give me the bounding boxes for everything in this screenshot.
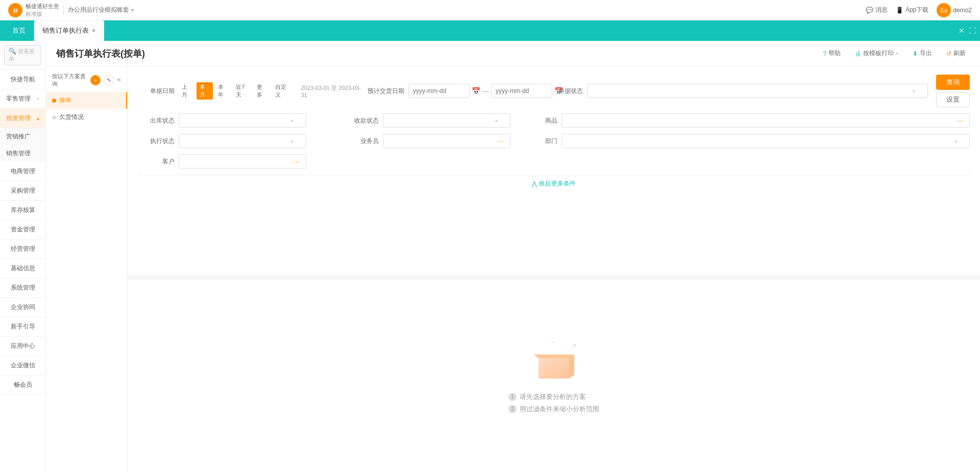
app-download-btn[interactable]: 📱 App下载 — [896, 6, 928, 14]
dept-control: ▾ — [561, 134, 970, 148]
help-btn[interactable]: ? 帮助 — [819, 47, 845, 60]
export-btn[interactable]: ⬇ 导出 — [909, 47, 936, 60]
chevron-down-icon: ▾ — [131, 7, 134, 13]
avatar: Ea — [937, 3, 951, 17]
search-menu-btn[interactable]: 🔍 搜索菜单 — [4, 45, 41, 65]
sidebar-item-purchase[interactable]: 采购管理 — [0, 181, 45, 201]
sidebar-search: 🔍 搜索菜单 — [0, 41, 45, 70]
collapse-left-btn[interactable]: « — [117, 75, 121, 85]
filter-row-1: 单据日期 上月 本月 本年 近7天 更多 自定义 2023-03-01 至 20… — [138, 75, 970, 107]
tab-bar-left: 首页 销售订单执行表 × — [4, 20, 104, 41]
date-tab-7days[interactable]: 近7天 — [233, 82, 252, 100]
logo-text: 畅捷通好生意 标准版 — [26, 3, 59, 17]
customer-control: ··· — [179, 154, 306, 169]
expected-delivery-control: 📅 — 📅 — [408, 84, 551, 98]
empty-content: ↗ ✦ · 1 请先选择要分析的方案 2 — [508, 335, 599, 417]
date-tab-last-month[interactable]: 上月 — [179, 82, 194, 100]
inactive-dot — [52, 115, 56, 120]
out-status-select[interactable]: ▾ — [179, 113, 306, 128]
add-scheme-btn[interactable]: + — [90, 75, 101, 85]
exec-status-control: ▾ — [179, 134, 306, 148]
order-status-control: ▾ — [587, 84, 928, 98]
print-btn[interactable]: 🖨 按模板打印 ▾ — [851, 47, 902, 60]
top-bar-right: 💬 消息 📱 App下载 Ea demo2 — [866, 3, 972, 17]
tab-active[interactable]: 销售订单执行表 × — [34, 20, 104, 41]
sidebar-item-inventory[interactable]: 库存核算 — [0, 201, 45, 220]
svg-text:·: · — [531, 347, 532, 351]
goods-label: 商品 — [541, 116, 561, 125]
logo-area: 好 畅捷通好生意 标准版 — [8, 3, 59, 17]
date-tab-more[interactable]: 更多 — [254, 82, 270, 100]
query-btn[interactable]: 查询 — [936, 75, 970, 90]
sidebar-item-quick-nav[interactable]: 快捷导航 — [0, 70, 45, 89]
dept-select[interactable]: ▾ — [561, 134, 970, 148]
sidebar-item-retail[interactable]: 零售管理 ▾ — [0, 89, 45, 109]
minimize-icon[interactable]: ✕ — [959, 27, 965, 35]
top-bar: 好 畅捷通好生意 标准版 办公用品行业模拟账套 ▾ 💬 消息 📱 App下载 E… — [0, 0, 980, 20]
maximize-icon[interactable]: ⛶ — [969, 27, 976, 35]
sidebar-sub-sales[interactable]: 销售管理 — [0, 145, 45, 162]
salesperson-input[interactable]: ··· — [383, 134, 510, 148]
refresh-btn[interactable]: ↺ 刷新 — [942, 47, 970, 60]
svg-text:↗: ↗ — [572, 342, 577, 349]
main-layout: 🔍 搜索菜单 快捷导航 零售管理 ▾ 批发管理 ▴ 营销推广 销售管理 电商管理… — [0, 41, 980, 472]
sidebar-item-operations[interactable]: 经营管理 — [0, 240, 45, 259]
more-icon[interactable]: ··· — [496, 137, 506, 145]
exec-status-select[interactable]: ▾ — [179, 134, 306, 148]
filter-row-4: 客户 ··· — [138, 154, 970, 169]
message-btn[interactable]: 💬 消息 — [866, 6, 888, 14]
delivery-date-end[interactable] — [491, 84, 552, 98]
date-tab-this-month[interactable]: 本月 — [197, 82, 212, 100]
industry-selector[interactable]: 办公用品行业模拟账套 ▾ — [68, 6, 134, 14]
search-icon: 🔍 — [9, 48, 16, 55]
empty-state: ↗ ✦ · 1 请先选择要分析的方案 2 — [128, 279, 980, 472]
tab-close-btn[interactable]: × — [92, 27, 95, 34]
filter-item-by-order[interactable]: 按单 — [46, 92, 127, 109]
collapse-icon: ⋀ — [532, 180, 537, 187]
sidebar-item-app-center[interactable]: 应用中心 — [0, 337, 45, 356]
sidebar-item-member[interactable]: 畅会员 — [0, 375, 45, 395]
step-num-1: 1 — [508, 393, 517, 401]
date-dash: — — [482, 87, 489, 95]
customer-input[interactable]: ··· — [179, 154, 306, 169]
sidebar-item-system[interactable]: 系统管理 — [0, 278, 45, 298]
date-tab-custom[interactable]: 自定义 — [272, 82, 293, 100]
salesperson-control: ··· — [383, 134, 510, 148]
delivery-date-start[interactable] — [408, 84, 470, 98]
out-status-control: ▾ — [179, 113, 306, 128]
more-icon[interactable]: ··· — [955, 116, 965, 125]
date-label: 单据日期 — [138, 87, 179, 96]
sidebar: 🔍 搜索菜单 快捷导航 零售管理 ▾ 批发管理 ▴ 营销推广 销售管理 电商管理… — [0, 41, 46, 472]
sidebar-item-wework[interactable]: 企业微信 — [0, 356, 45, 375]
sidebar-item-ecommerce[interactable]: 电商管理 — [0, 162, 45, 181]
receipt-status-select[interactable]: ▾ — [383, 113, 510, 128]
active-dot — [52, 99, 56, 103]
filter-item-shortage[interactable]: 欠货情况 — [46, 109, 127, 126]
dept-label: 部门 — [541, 137, 561, 146]
sidebar-item-base-info[interactable]: 基础信息 — [0, 259, 45, 278]
edit-scheme-btn[interactable]: ✎ — [104, 75, 114, 85]
empty-text-list: 1 请先选择要分析的方案 2 用过滤条件来缩小分析范围 — [508, 392, 599, 417]
date-tab-this-year[interactable]: 本年 — [215, 82, 231, 100]
sidebar-sub-marketing[interactable]: 营销推广 — [0, 128, 45, 145]
goods-select[interactable]: ··· — [561, 113, 970, 128]
chevron-up-icon: ▴ — [37, 115, 39, 121]
user-area[interactable]: Ea demo2 — [937, 3, 972, 17]
collapse-more-btn[interactable]: ⋀ 收起更多条件 — [138, 175, 970, 192]
export-icon: ⬇ — [913, 50, 918, 57]
tab-home[interactable]: 首页 — [4, 20, 34, 41]
date-tabs: 上月 本月 本年 近7天 更多 自定义 — [179, 82, 293, 100]
calendar-icon-start[interactable]: 📅 — [472, 87, 480, 95]
date-control: 上月 本月 本年 近7天 更多 自定义 2023-03-01 至 2023-03… — [179, 82, 362, 100]
svg-marker-4 — [569, 355, 574, 379]
sidebar-item-corp-collab[interactable]: 企业协同 — [0, 298, 45, 317]
out-status-label: 出库状态 — [138, 116, 179, 125]
order-status-select[interactable]: ▾ — [587, 84, 928, 98]
settings-btn[interactable]: 设置 — [936, 92, 970, 107]
more-icon[interactable]: ··· — [291, 157, 302, 166]
sidebar-item-newbie[interactable]: 新手引导 — [0, 317, 45, 337]
sidebar-item-wholesale[interactable]: 批发管理 ▴ — [0, 109, 45, 128]
sidebar-item-finance[interactable]: 资金管理 — [0, 220, 45, 240]
print-icon: 🖨 — [855, 50, 861, 57]
logo-icon: 好 — [8, 3, 22, 17]
